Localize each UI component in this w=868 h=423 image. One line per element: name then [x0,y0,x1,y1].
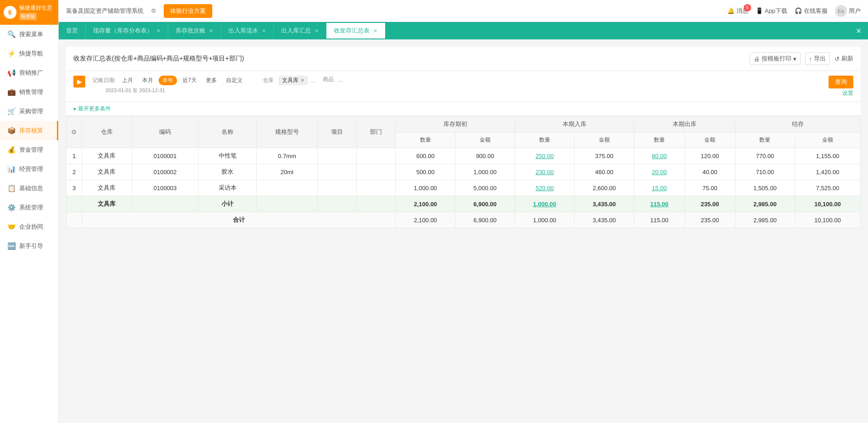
tab-io-summary[interactable]: 出入库汇总 ✕ [274,23,326,38]
tab-close-current-stock[interactable]: ✕ [156,28,160,34]
row-opening-amt: 5,000.00 [455,180,515,196]
print-template-btn[interactable]: 🖨 按模板打印 ▾ [750,52,801,65]
row-in-qty[interactable]: 230.00 [515,164,575,180]
main-content: 装备及固定资产辅助管理系统 ⚙ 体验行业方案 🔔 6 消息 📱 App下载 🎧 … [59,0,868,423]
row-project [317,196,356,212]
date-option-custom[interactable]: 自定义 [222,76,246,85]
tab-bar-close-btn[interactable]: ✕ [849,23,868,39]
top-bar: 装备及固定资产辅助管理系统 ⚙ 体验行业方案 🔔 6 消息 📱 App下载 🎧 … [59,0,868,22]
col-closing-amt: 金额 [795,132,860,148]
operations-icon: 📊 [7,165,16,173]
expand-conditions-btn[interactable]: ▾ 展开更多条件 [73,105,111,113]
sidebar-item-guide[interactable]: 🆕 新手引导 [0,236,58,256]
tab-close-receive-summary[interactable]: ✕ [373,28,377,34]
row-spec [257,196,318,212]
tab-close-io-summary[interactable]: ✕ [315,28,319,34]
footer-in-amt: 3,435.00 [575,212,634,228]
user-btn[interactable]: Ea 用户 [835,5,861,17]
sidebar-item-operations[interactable]: 📊 经营管理 [0,159,58,179]
row-in-qty[interactable]: 250.00 [515,148,575,164]
sidebar-item-search[interactable]: 🔍 搜索菜单 [0,25,58,44]
tab-bar: 首页 现存量（库存分布表） ✕ 库存批次账 ✕ 出入库流水 ✕ 出入库汇总 ✕ … [59,22,868,39]
footer-opening-amt: 6,900.00 [455,212,515,228]
tab-current-stock[interactable]: 现存量（库存分布表） ✕ [86,23,168,38]
out-qty-link[interactable]: 80.00 [652,153,667,159]
tab-io-flow[interactable]: 出入库流水 ✕ [221,23,274,38]
sidebar-item-purchase[interactable]: 🛒 采购管理 [0,102,58,121]
column-settings-icon[interactable]: ⚙ [71,128,77,136]
row-closing-amt: 1,155.00 [795,148,860,164]
guide-icon: 🆕 [7,242,16,250]
col-in-amt: 金额 [575,132,634,148]
col-settings: ⚙ [66,116,82,148]
row-out-qty[interactable]: 20.00 [634,164,685,180]
tab-close-batch-account[interactable]: ✕ [209,28,213,34]
refresh-btn[interactable]: ↺ 刷新 [835,55,853,63]
sidebar-item-finance[interactable]: 💰 资金管理 [0,140,58,159]
date-option-7days[interactable]: 近7天 [179,76,200,85]
in-qty-link[interactable]: 520.00 [536,185,554,192]
footer-out-qty: 115.00 [634,212,685,228]
query-btn[interactable]: 查询 [829,76,853,88]
page-title: 收发存汇总表(按仓库+商品编码+商品+规格型号+项目+部门) [73,55,244,63]
export-btn[interactable]: ↑ 导出 [805,52,830,65]
col-closing-qty: 数量 [735,132,795,148]
filter-toggle-btn[interactable]: ▶ [73,76,85,88]
date-option-more[interactable]: 更多 [202,76,221,85]
footer-label: 合计 [82,212,396,228]
row-out-qty: 115.00 [634,196,685,212]
in-qty-link[interactable]: 230.00 [536,169,554,176]
out-qty-link[interactable]: 15.00 [652,185,667,192]
row-opening-qty: 600.00 [396,148,455,164]
filter-settings-link[interactable]: 设置 [842,89,853,97]
app-download-btn[interactable]: 📱 App下载 [756,7,787,15]
purchase-icon: 🛒 [7,107,16,115]
row-out-qty[interactable]: 80.00 [634,148,685,164]
sidebar-item-base-info[interactable]: 📋 基础信息 [0,179,58,198]
tab-close-io-flow[interactable]: ✕ [262,28,266,34]
warehouse-tag-close[interactable]: ✕ [300,77,304,83]
notifications-btn[interactable]: 🔔 6 消息 [727,7,748,15]
settings-icon-btn[interactable]: ⚙ [147,5,160,17]
col-code: 编码 [132,116,198,148]
row-opening-qty: 1,000.00 [396,180,455,196]
tab-receive-summary[interactable]: 收发存汇总表 ✕ [326,23,385,38]
trial-button[interactable]: 体验行业方案 [164,4,212,18]
tab-batch-account[interactable]: 库存批次账 ✕ [168,23,221,38]
row-closing-qty: 710.00 [735,164,795,180]
tab-home[interactable]: 首页 [59,23,86,38]
row-opening-amt: 900.00 [455,148,515,164]
sidebar-item-quick-nav[interactable]: ⚡ 快捷导航 [0,44,58,63]
out-qty-link[interactable]: 20.00 [652,169,667,176]
data-table: ⚙ 仓库 编码 名称 规格型号 项目 部门 库存期初 本期入库 本期出库 结存 [66,116,861,228]
online-service-btn[interactable]: 🎧 在线客服 [795,7,828,15]
row-in-qty[interactable]: 520.00 [515,180,575,196]
row-dept [356,180,395,196]
mobile-icon: 📱 [756,7,763,14]
sidebar-item-inventory[interactable]: 📦 库存核算 [0,121,58,140]
in-qty-link[interactable]: 250.00 [536,153,554,159]
page-header: 收发存汇总表(按仓库+商品编码+商品+规格型号+项目+部门) 🖨 按模板打印 ▾… [66,47,861,71]
row-closing-qty: 1,505.00 [735,180,795,196]
sidebar-item-corp-collab[interactable]: 🤝 企业协同 [0,217,58,236]
warehouse-more[interactable]: ... [311,77,315,84]
sidebar-item-marketing[interactable]: 📢 营销推广 [0,63,58,82]
footer-closing-qty: 2,985.00 [735,212,795,228]
table-row: 1 文具库 0100001 中性笔 0.7mm 600.00 900.00 25… [66,148,861,164]
row-spec [257,180,318,196]
goods-more[interactable]: ... [338,77,343,83]
date-option-last-month[interactable]: 上月 [118,76,137,85]
row-out-qty[interactable]: 15.00 [634,180,685,196]
col-opening-amt: 金额 [455,132,515,148]
lightning-icon: ⚡ [7,49,16,58]
date-option-this-year[interactable]: 本年 [159,76,177,85]
date-option-this-month[interactable]: 本月 [138,76,157,85]
row-name: 采访本 [199,180,257,196]
row-code: 0100001 [132,148,198,164]
bell-icon: 🔔 [727,7,735,14]
chevron-down-icon: ▾ [73,106,76,112]
row-closing-qty: 2,985.00 [735,196,795,212]
sidebar-item-sales[interactable]: 💼 销售管理 [0,82,58,102]
warehouse-tag: 文具库 ✕ [278,76,308,85]
sidebar-item-system[interactable]: ⚙️ 系统管理 [0,198,58,217]
